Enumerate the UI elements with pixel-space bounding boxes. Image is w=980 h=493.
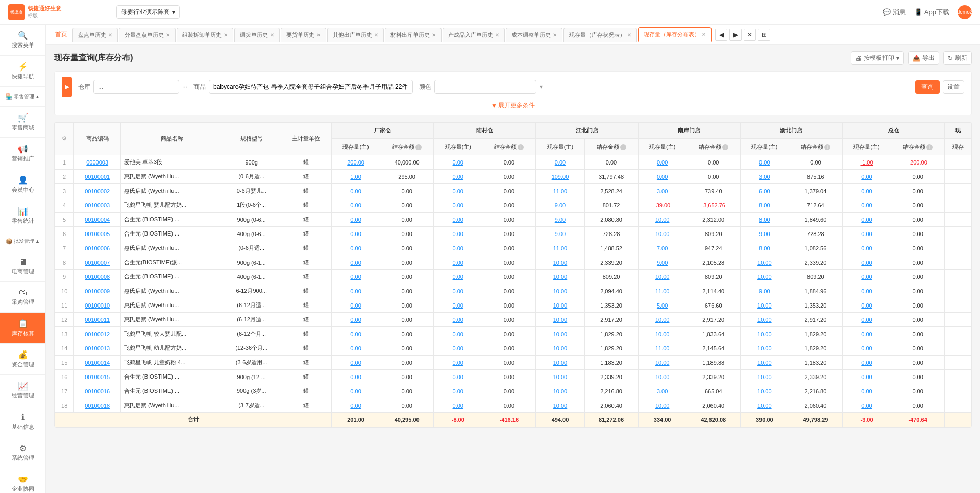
zb-amount-info[interactable]: i <box>824 144 830 150</box>
row-jb-stock[interactable]: 10.00 <box>536 298 584 313</box>
row-luj-stock[interactable]: 0.00 <box>434 298 482 313</box>
row-tot-stock[interactable]: 0.00 <box>842 255 891 270</box>
row-ng-stock[interactable]: 0.00 <box>638 155 687 170</box>
row-ng-stock[interactable]: 5.00 <box>638 298 687 313</box>
row-jb-stock[interactable]: 9.00 <box>536 227 584 241</box>
row-jb-stock[interactable]: 10.00 <box>536 370 584 384</box>
row-zb-stock[interactable]: 6.00 <box>740 184 789 198</box>
warehouse-more-icon[interactable]: ··· <box>182 83 187 90</box>
industry-select[interactable]: 母婴行业演示陈套 ▾ <box>116 5 180 19</box>
row-code[interactable]: 00100003 <box>74 198 121 213</box>
tab-material[interactable]: 材料出库单历史 ✕ <box>385 28 442 42</box>
row-jb-stock[interactable]: 109.00 <box>536 170 584 184</box>
sidebar-item-system[interactable]: ⚙ 系统管理 <box>0 437 45 468</box>
row-luj-stock[interactable]: 0.00 <box>434 398 482 413</box>
tab-inventory-check[interactable]: 盘点单历史 ✕ <box>72 28 118 42</box>
color-input[interactable] <box>434 80 536 94</box>
tab-home[interactable]: 首页 <box>50 27 72 42</box>
sidebar-item-ecommerce[interactable]: 🖥 电商管理 <box>0 251 45 282</box>
row-ng-stock[interactable]: 9.00 <box>638 255 687 270</box>
sidebar-item-search[interactable]: 🔍 搜索英单 <box>0 25 45 56</box>
sidebar-item-basic[interactable]: ℹ 基础信息 <box>0 406 45 437</box>
row-tot-stock[interactable]: 0.00 <box>842 298 891 313</box>
row-fac-stock[interactable]: 200.00 <box>332 155 380 170</box>
row-fac-stock[interactable]: 0.00 <box>332 241 380 255</box>
row-ng-stock[interactable]: 10.00 <box>638 270 687 284</box>
row-tot-stock[interactable]: 0.00 <box>842 313 891 327</box>
row-code[interactable]: 00100018 <box>74 398 121 413</box>
tab-more-btn[interactable]: ⊞ <box>758 29 770 41</box>
row-luj-stock[interactable]: 0.00 <box>434 341 482 356</box>
row-jb-stock[interactable]: 10.00 <box>536 255 584 270</box>
row-code[interactable]: 00100006 <box>74 241 121 255</box>
row-ng-stock[interactable]: 0.00 <box>638 170 687 184</box>
row-fac-stock[interactable]: 0.00 <box>332 298 380 313</box>
row-code[interactable]: 0000003 <box>74 155 121 170</box>
toggle-btn[interactable]: ▶ <box>62 77 72 97</box>
row-ng-stock[interactable]: 3.00 <box>638 384 687 398</box>
row-fac-stock[interactable]: 0.00 <box>332 198 380 213</box>
row-fac-stock[interactable]: 0.00 <box>332 370 380 384</box>
row-code[interactable]: 00100008 <box>74 270 121 284</box>
row-fac-stock[interactable]: 0.00 <box>332 313 380 327</box>
tab-close-all-btn[interactable]: ✕ <box>744 29 756 41</box>
row-luj-stock[interactable]: 0.00 <box>434 270 482 284</box>
row-code[interactable]: 00100001 <box>74 170 121 184</box>
row-fac-stock[interactable]: 0.00 <box>332 255 380 270</box>
print-btn[interactable]: 🖨 按模板打印 ▾ <box>851 51 904 65</box>
row-luj-stock[interactable]: 0.00 <box>434 370 482 384</box>
row-luj-stock[interactable]: 0.00 <box>434 284 482 298</box>
row-fac-stock[interactable]: 0.00 <box>332 184 380 198</box>
sidebar-item-wholesale[interactable]: 📦 批发管理 ▲ <box>0 231 45 251</box>
row-zb-stock[interactable]: 8.00 <box>740 241 789 255</box>
row-ng-stock[interactable]: 11.00 <box>638 341 687 356</box>
product-input[interactable] <box>209 80 413 94</box>
tab-cost-adjust[interactable]: 成本调整单历史 ✕ <box>506 28 562 42</box>
ng-amount-info[interactable]: i <box>722 144 728 150</box>
row-code[interactable]: 00100007 <box>74 255 121 270</box>
row-ng-stock[interactable]: 10.00 <box>638 327 687 341</box>
row-ng-stock[interactable]: 3.00 <box>638 184 687 198</box>
row-zb-stock[interactable]: 0.00 <box>740 155 789 170</box>
row-tot-stock[interactable]: 0.00 <box>842 384 891 398</box>
row-jb-stock[interactable]: 10.00 <box>536 313 584 327</box>
sidebar-item-mall[interactable]: 🛒 零售商城 <box>0 107 45 138</box>
row-jb-stock[interactable]: 10.00 <box>536 341 584 356</box>
row-ng-stock[interactable]: -39.00 <box>638 198 687 213</box>
row-zb-stock[interactable]: 9.00 <box>740 227 789 241</box>
row-code[interactable]: 00100015 <box>74 370 121 384</box>
row-code[interactable]: 00100005 <box>74 227 121 241</box>
row-luj-stock[interactable]: 0.00 <box>434 155 482 170</box>
row-code[interactable]: 00100013 <box>74 341 121 356</box>
refresh-btn[interactable]: ↻ 刷新 <box>943 51 972 65</box>
message-btn[interactable]: 💬 消息 <box>883 8 906 17</box>
row-jb-stock[interactable]: 10.00 <box>536 384 584 398</box>
row-zb-stock[interactable]: 8.00 <box>740 213 789 227</box>
row-jb-stock[interactable]: 11.00 <box>536 184 584 198</box>
tab-close-2[interactable]: ✕ <box>166 32 170 38</box>
tab-product-inbound[interactable]: 产成品入库单历史 ✕ <box>443 28 505 42</box>
tab-partial-check[interactable]: 分量盘点单历史 ✕ <box>119 28 176 42</box>
row-fac-stock[interactable]: 0.00 <box>332 398 380 413</box>
row-tot-stock[interactable]: 0.00 <box>842 184 891 198</box>
row-fac-stock[interactable]: 1.00 <box>332 170 380 184</box>
row-fac-stock[interactable]: 0.00 <box>332 270 380 284</box>
sidebar-item-nav[interactable]: ⚡ 快捷导航 <box>0 56 45 87</box>
sidebar-item-member[interactable]: 👤 会员中心 <box>0 169 45 200</box>
row-code[interactable]: 00100012 <box>74 327 121 341</box>
row-tot-stock[interactable]: 0.00 <box>842 270 891 284</box>
row-tot-stock[interactable]: 0.00 <box>842 356 891 370</box>
row-jb-stock[interactable]: 11.00 <box>536 241 584 255</box>
row-luj-stock[interactable]: 0.00 <box>434 213 482 227</box>
row-tot-stock[interactable]: -1.00 <box>842 155 891 170</box>
tab-close-11[interactable]: ✕ <box>702 32 706 37</box>
row-tot-stock[interactable]: 0.00 <box>842 370 891 384</box>
row-ng-stock[interactable]: 10.00 <box>638 356 687 370</box>
row-tot-stock[interactable]: 0.00 <box>842 241 891 255</box>
tab-order[interactable]: 要货单历史 ✕ <box>281 28 326 42</box>
row-zb-stock[interactable]: 10.00 <box>740 298 789 313</box>
tab-outbound[interactable]: 其他出库单历史 ✕ <box>327 28 384 42</box>
tab-close-9[interactable]: ✕ <box>553 32 557 38</box>
row-jb-stock[interactable]: 10.00 <box>536 356 584 370</box>
tab-close-10[interactable]: ✕ <box>627 32 631 38</box>
